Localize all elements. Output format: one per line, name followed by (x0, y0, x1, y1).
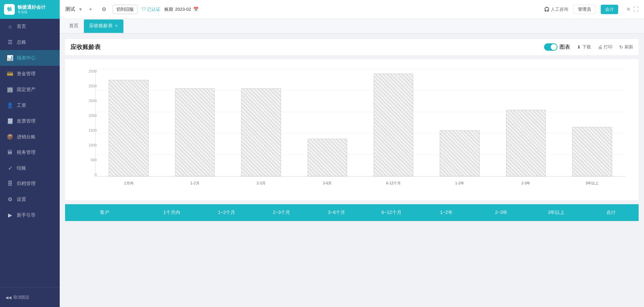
sidebar-nav: ⌂ 首页 ☰ 总账 📊 报表中心 💳 资金管理 🏢 固定资产 👤 工资 🧾 发票… (0, 19, 60, 288)
print-label: 打印 (604, 44, 612, 50)
app-icon: 畅 (4, 4, 15, 15)
chart-bar-7 (572, 127, 612, 176)
bar-group: 3年以上 (559, 69, 625, 176)
chart-area: 2500250025002000150010005000 1月内1-2月2-3月… (72, 69, 632, 190)
table-header-2: 1~2个月 (199, 204, 254, 221)
sidebar-item-archive[interactable]: 🗄 归档管理 (0, 176, 60, 191)
x-axis-label: 2-3年 (521, 181, 530, 186)
sidebar-item-reports[interactable]: 📊 报表中心 (0, 50, 60, 66)
project-name: 测试 (65, 6, 75, 12)
x-axis-label: 6-12个月 (386, 181, 401, 186)
download-label: 下载 (582, 44, 591, 50)
sidebar-item-ledger[interactable]: ☰ 总账 (0, 34, 60, 50)
print-button[interactable]: 🖨 打印 (598, 44, 612, 50)
x-axis-label: 3-6月 (323, 181, 332, 186)
x-axis-label: 1-2月 (191, 181, 200, 186)
sidebar-label-ledger: 总账 (17, 39, 26, 45)
download-icon: ⬇ (577, 44, 581, 50)
period-info: 账期 2023-02 📅 (164, 6, 199, 12)
table-header-7: 2~3年 (474, 204, 529, 221)
tab-label-home: 首页 (69, 23, 78, 29)
table-header-1: 1个月内 (144, 204, 199, 221)
sidebar-icon-reports: 📊 (7, 55, 13, 61)
sidebar-item-funds[interactable]: 💳 资金管理 (0, 66, 60, 82)
sidebar-item-trade[interactable]: 📦 进销台账 (0, 129, 60, 145)
sidebar-icon-archive: 🗄 (7, 181, 13, 187)
tab-aging[interactable]: 应收账龄表✕ (84, 19, 123, 33)
bar-group: 1-2年 (427, 69, 493, 176)
main-area: 测试 ▾ ＋ ⚙ 切到旧版 🛡 已认证 账期 2023-02 📅 🎧 人工咨询 … (60, 0, 644, 307)
chart-bar-4 (374, 74, 413, 176)
chart-bar-2 (241, 88, 281, 176)
pin-button[interactable]: ◀◀ 取消固定 (0, 291, 60, 304)
calendar-icon[interactable]: 📅 (193, 7, 199, 12)
sidebar-label-reports: 报表中心 (17, 55, 36, 61)
toggle-track[interactable] (544, 43, 557, 51)
x-axis-label: 2-3月 (257, 181, 266, 186)
role-button[interactable]: 会计 (601, 5, 618, 14)
refresh-button[interactable]: ↻ 刷新 (619, 44, 633, 50)
service-label: 人工咨询 (551, 6, 568, 12)
sidebar: 畅 畅捷通好会计 专业版 ⌂ 首页 ☰ 总账 📊 报表中心 💳 资金管理 🏢 固… (0, 0, 60, 307)
add-button[interactable]: ＋ (86, 5, 95, 14)
manager-button[interactable]: 管理员 (574, 5, 595, 14)
sidebar-icon-tax: 🏛 (7, 149, 13, 156)
sidebar-label-tax: 税务管理 (17, 149, 36, 156)
sidebar-label-home: 首页 (17, 24, 26, 30)
table-header-8: 3年以上 (529, 204, 584, 221)
tab-home[interactable]: 首页 (64, 19, 84, 33)
sidebar-item-assets[interactable]: 🏢 固定资产 (0, 82, 60, 97)
sidebar-icon-guide: ▶ (7, 212, 13, 218)
sidebar-icon-settlement: ✓ (7, 165, 13, 171)
chart-bar-5 (440, 130, 479, 176)
tab-label-aging: 应收账龄表 (89, 23, 113, 29)
chart-container: 2500250025002000150010005000 1月内1-2月2-3月… (65, 59, 639, 200)
bar-group: 2-3年 (493, 69, 559, 176)
chart-toggle[interactable]: 图表 (544, 43, 570, 51)
app-name: 畅捷通好会计 (17, 4, 46, 10)
headset-icon: 🎧 (544, 7, 549, 12)
refresh-icon: ↻ (619, 44, 623, 50)
sidebar-icon-home: ⌂ (7, 24, 13, 30)
x-axis-label: 1-2年 (455, 181, 464, 186)
close-window-button[interactable]: ✕ (626, 6, 631, 12)
table-header-5: 6~12个月 (364, 204, 419, 221)
chart-bar-1 (175, 88, 215, 176)
chart-plot: 1月内1-2月2-3月3-6月6-12个月1-2年2-3年3年以上 (95, 69, 625, 177)
sidebar-item-settings[interactable]: ⚙ 设置 (0, 191, 60, 207)
download-button[interactable]: ⬇ 下载 (577, 44, 591, 50)
sidebar-label-trade: 进销台账 (17, 134, 36, 140)
settings-button[interactable]: ⚙ (99, 5, 109, 14)
bar-group: 1-2月 (162, 69, 228, 176)
sidebar-icon-invoices: 🧾 (7, 118, 13, 124)
shield-icon: 🛡 (142, 7, 146, 12)
sidebar-icon-assets: 🏢 (7, 86, 13, 93)
certified-badge: 🛡 已认证 (142, 6, 160, 12)
sidebar-label-invoices: 发票管理 (17, 118, 36, 124)
sidebar-icon-ledger: ☰ (7, 39, 13, 45)
content-area: 应收账龄表 图表 ⬇ 下载 🖨 打印 ↻ 刷新 (60, 34, 644, 307)
sidebar-item-wages[interactable]: 👤 工资 (0, 97, 60, 113)
sidebar-icon-funds: 💳 (7, 71, 13, 77)
toggle-label: 图表 (559, 44, 570, 51)
refresh-label: 刷新 (625, 44, 633, 50)
project-dropdown-icon[interactable]: ▾ (79, 6, 82, 12)
period-text: 账期 (164, 6, 173, 12)
bar-group: 2-3月 (228, 69, 294, 176)
bar-group: 3-6月 (294, 69, 360, 176)
sidebar-item-settlement[interactable]: ✓ 结账 (0, 160, 60, 176)
chart-bar-6 (506, 110, 546, 176)
app-edition: 专业版 (17, 10, 46, 14)
sidebar-label-assets: 固定资产 (17, 87, 36, 93)
sidebar-icon-wages: 👤 (7, 102, 13, 108)
service-button[interactable]: 🎧 人工咨询 (544, 6, 568, 12)
switch-version-button[interactable]: 切到旧版 (113, 5, 138, 14)
sidebar-label-guide: 新手引导 (17, 212, 36, 218)
sidebar-item-invoices[interactable]: 🧾 发票管理 (0, 113, 60, 129)
tab-close-aging[interactable]: ✕ (115, 24, 118, 28)
maximize-button[interactable]: ⛶ (633, 6, 639, 12)
sidebar-item-guide[interactable]: ▶ 新手引导 (0, 207, 60, 223)
sidebar-item-home[interactable]: ⌂ 首页 (0, 19, 60, 34)
sidebar-label-funds: 资金管理 (17, 71, 36, 77)
sidebar-item-tax[interactable]: 🏛 税务管理 (0, 145, 60, 160)
